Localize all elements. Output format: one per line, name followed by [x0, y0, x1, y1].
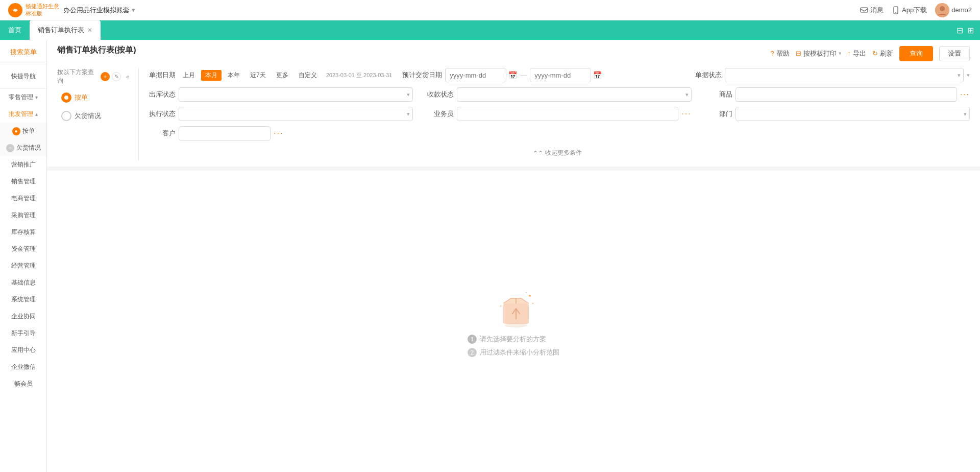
sidebar-item-operations[interactable]: 经营管理	[0, 257, 46, 274]
svg-point-9	[532, 303, 534, 304]
collapse-up-icon: ⌃⌃	[533, 150, 543, 157]
tab-minimize-icon[interactable]: ⊟	[957, 26, 963, 35]
sidebar-item-app-center[interactable]: 应用中心	[0, 342, 46, 359]
product-more-icon[interactable]: ···	[960, 90, 970, 99]
page-top-bar: 销售订单执行表(按单) ? 帮助 ⊟ 按模板打印 ▾ ↑ 导出 ↻ 刷新	[47, 40, 980, 62]
avatar	[935, 3, 949, 17]
date-tabs: 上月 本月 本年 近7天 更多 自定义	[179, 70, 321, 81]
sidebar-item-sales[interactable]: 销售管理	[0, 173, 46, 190]
help-button[interactable]: ? 帮助	[770, 49, 789, 58]
sidebar-item-purchase[interactable]: 采购管理	[0, 207, 46, 224]
filter-option-欠货情况[interactable]: 欠货情况	[57, 108, 132, 124]
date-tab-上月[interactable]: 上月	[179, 70, 199, 81]
filter-row-4: 客户 ···	[145, 126, 970, 140]
salesperson-field: 业务员 ···	[423, 107, 691, 121]
sidebar-item-guide[interactable]: 新手引导	[0, 325, 46, 342]
print-button[interactable]: ⊟ 按模板打印 ▾	[796, 49, 842, 58]
export-icon: ↑	[848, 50, 851, 57]
settings-button[interactable]: 设置	[939, 46, 970, 61]
sidebar-sub-item-欠货情况[interactable]: ○ 欠货情况	[0, 139, 46, 156]
main-layout: 搜索菜单 快捷导航 零售管理 ▾ 批发管理 ▴ ● 按单 ○	[0, 40, 980, 472]
query-button[interactable]: 查询	[899, 46, 933, 61]
product-field: 商品 ···	[702, 87, 970, 102]
filter-row-1: 单据日期 上月 本月 本年 近7天 更多 自定义 2023-03-01 至 20…	[145, 68, 970, 82]
salesperson-input[interactable]	[457, 107, 678, 121]
customer-input[interactable]	[179, 126, 271, 140]
sidebar-item-finance[interactable]: 资金管理	[0, 241, 46, 257]
sidebar-item-retail[interactable]: 零售管理 ▾	[0, 89, 46, 106]
refresh-button[interactable]: ↻ 刷新	[872, 49, 893, 58]
expected-date-inputs: 📅 — 📅	[445, 68, 602, 82]
svg-point-7	[505, 323, 527, 327]
sidebar-item-marketing[interactable]: 营销推广	[0, 156, 46, 173]
title-icons: + ✎ «	[101, 72, 132, 81]
sidebar-item-member[interactable]: 畅会员	[0, 375, 46, 392]
receipt-status-label: 收款状态	[423, 90, 454, 99]
user-profile[interactable]: demo2	[935, 3, 972, 17]
salesperson-more-icon[interactable]: ···	[681, 109, 691, 119]
product-input[interactable]	[736, 87, 957, 102]
wholesale-arrow-icon: ▴	[35, 111, 38, 117]
receipt-status-select[interactable]	[457, 87, 691, 102]
sidebar-item-wechat[interactable]: 企业微信	[0, 359, 46, 375]
sidebar-search[interactable]: 搜索菜单	[0, 40, 46, 64]
out-status-label: 出库状态	[145, 90, 176, 99]
collapse-button[interactable]: ⌃⌃ 收起更多条件	[145, 146, 970, 160]
exec-status-select-wrapper	[179, 107, 413, 121]
tab-sales-order[interactable]: 销售订单执行表 ✕	[30, 20, 101, 40]
date-tab-更多[interactable]: 更多	[272, 70, 292, 81]
breadcrumb[interactable]: 办公用品行业模拟账套 ▾	[63, 6, 135, 15]
out-status-select[interactable]	[179, 87, 413, 102]
edit-scheme-icon[interactable]: ✎	[112, 72, 121, 81]
order-status-select-wrapper	[725, 68, 964, 82]
date-tab-自定义[interactable]: 自定义	[295, 70, 321, 81]
app-download-button[interactable]: App下载	[892, 6, 927, 15]
filter-option-按单[interactable]: 按单	[57, 89, 132, 106]
messages-button[interactable]: 消息	[860, 6, 884, 15]
sidebar-quick-nav[interactable]: 快捷导航	[0, 64, 46, 89]
tab-home[interactable]: 首页	[0, 20, 30, 40]
sidebar-item-enterprise[interactable]: 企业协同	[0, 308, 46, 325]
customer-more-icon[interactable]: ···	[274, 129, 283, 138]
empty-text: 1 请先选择要分析的方案 2 用过滤条件来缩小分析范围	[468, 335, 559, 357]
receipt-status-select-wrapper	[457, 87, 691, 102]
empty-state: 1 请先选择要分析的方案 2 用过滤条件来缩小分析范围	[47, 171, 980, 472]
date-tab-近7天[interactable]: 近7天	[246, 70, 270, 81]
top-header: 畅捷通好生意 标准版 办公用品行业模拟账套 ▾ 消息 App下载	[0, 0, 980, 20]
date-range-text: 2023-03-01 至 2023-03-31	[326, 72, 393, 79]
receipt-status-field: 收款状态	[423, 87, 691, 102]
date-separator: —	[519, 72, 528, 79]
salesperson-label: 业务员	[423, 109, 454, 119]
sidebar-item-basic-info[interactable]: 基础信息	[0, 274, 46, 291]
customer-label: 客户	[145, 129, 176, 138]
logo-area: 畅捷通好生意 标准版	[8, 3, 59, 17]
add-scheme-icon[interactable]: +	[101, 72, 110, 81]
expected-date-start-input[interactable]	[445, 68, 506, 82]
step2-icon: 2	[468, 348, 477, 357]
collapse-panel-icon[interactable]: «	[123, 72, 132, 81]
tab-expand-icon[interactable]: ⊞	[967, 26, 974, 35]
sidebar-item-system[interactable]: 系统管理	[0, 291, 46, 308]
department-field: 部门	[702, 107, 970, 121]
expected-date-end-input[interactable]	[530, 68, 591, 82]
sidebar-sub-item-按单[interactable]: ● 按单	[0, 123, 46, 139]
sidebar-item-wholesale[interactable]: 批发管理 ▴	[0, 106, 46, 123]
empty-step2: 2 用过滤条件来缩小分析范围	[468, 348, 559, 357]
order-status-select[interactable]	[725, 68, 964, 82]
tab-close-icon[interactable]: ✕	[87, 27, 92, 34]
sidebar-item-ecommerce[interactable]: 电商管理	[0, 190, 46, 207]
date-tab-本月[interactable]: 本月	[201, 70, 222, 81]
order-status-dropdown-icon: ▾	[967, 72, 970, 79]
calendar-end-icon[interactable]: 📅	[593, 71, 602, 79]
department-select-wrapper	[736, 107, 970, 121]
calendar-start-icon[interactable]: 📅	[508, 71, 517, 79]
svg-point-8	[529, 295, 531, 297]
date-tab-本年[interactable]: 本年	[224, 70, 244, 81]
refresh-icon: ↻	[872, 50, 878, 57]
exec-status-select[interactable]	[179, 107, 413, 121]
sidebar-item-inventory[interactable]: 库存核算	[0, 224, 46, 241]
export-button[interactable]: ↑ 导出	[848, 49, 867, 58]
department-select[interactable]	[736, 107, 970, 121]
print-icon: ⊟	[796, 50, 801, 57]
page-actions: ? 帮助 ⊟ 按模板打印 ▾ ↑ 导出 ↻ 刷新 查询 设置	[770, 46, 970, 61]
